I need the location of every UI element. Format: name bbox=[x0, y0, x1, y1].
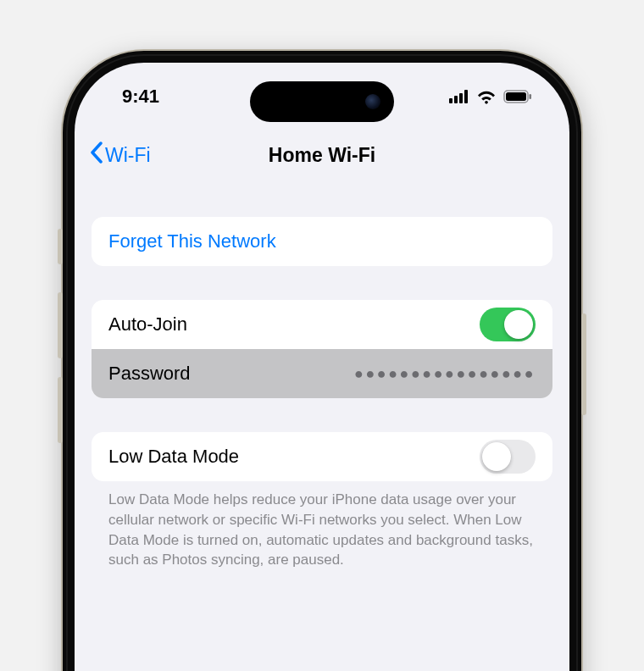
svg-rect-6 bbox=[530, 94, 532, 99]
auto-join-label: Auto-Join bbox=[108, 313, 187, 336]
screen: 9:41 bbox=[75, 63, 569, 671]
svg-rect-2 bbox=[459, 93, 463, 103]
wifi-icon bbox=[476, 89, 497, 104]
volume-down-button bbox=[58, 377, 63, 443]
power-button bbox=[581, 313, 586, 415]
volume-up-button bbox=[58, 292, 63, 358]
password-row[interactable]: Password ●●●●●●●●●●●●●●●● bbox=[92, 349, 552, 398]
back-button[interactable]: Wi-Fi bbox=[90, 141, 151, 169]
svg-rect-3 bbox=[464, 90, 468, 103]
svg-rect-0 bbox=[449, 98, 452, 103]
status-time: 9:41 bbox=[122, 86, 159, 108]
forget-network-label: Forget This Network bbox=[108, 230, 276, 252]
auto-join-toggle[interactable] bbox=[480, 308, 536, 341]
password-label: Password bbox=[108, 363, 191, 385]
low-data-mode-label: Low Data Mode bbox=[108, 446, 239, 468]
low-data-mode-toggle[interactable] bbox=[480, 440, 536, 474]
back-label: Wi-Fi bbox=[105, 144, 151, 167]
cellular-icon bbox=[449, 90, 469, 103]
navigation-bar: Wi-Fi Home Wi-Fi bbox=[75, 130, 569, 180]
chevron-left-icon bbox=[90, 141, 103, 169]
svg-rect-5 bbox=[506, 92, 526, 101]
phone-frame: 9:41 bbox=[63, 51, 581, 671]
forget-group: Forget This Network bbox=[92, 217, 552, 266]
toggle-knob bbox=[482, 442, 511, 471]
join-group: Auto-Join Password ●●●●●●●●●●●●●●●● bbox=[92, 300, 552, 398]
low-data-group: Low Data Mode bbox=[92, 432, 552, 481]
silent-switch bbox=[58, 229, 63, 264]
dynamic-island bbox=[250, 81, 394, 122]
auto-join-row[interactable]: Auto-Join bbox=[92, 300, 552, 349]
camera-sensor bbox=[365, 94, 380, 109]
password-value-masked: ●●●●●●●●●●●●●●●● bbox=[354, 365, 536, 383]
svg-rect-1 bbox=[454, 96, 458, 103]
low-data-mode-footer: Low Data Mode helps reduce your iPhone d… bbox=[92, 481, 552, 570]
content: Forget This Network Auto-Join Password ●… bbox=[75, 217, 569, 570]
forget-network-button[interactable]: Forget This Network bbox=[92, 217, 552, 266]
toggle-knob bbox=[504, 310, 533, 339]
battery-icon bbox=[503, 90, 532, 103]
low-data-mode-row[interactable]: Low Data Mode bbox=[92, 432, 552, 481]
